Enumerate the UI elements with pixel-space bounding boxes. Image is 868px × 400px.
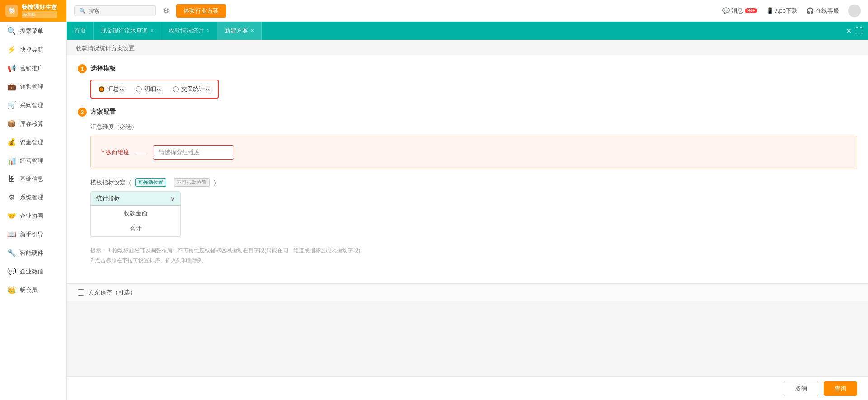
tips-area: 提示： 1.拖动标题栏可以调整布局，不可跨维度或指标区域拖动栏目字段(只能在同一… — [90, 246, 857, 265]
tab-controls: ✕ ⛶ — [840, 27, 868, 35]
sidebar-icon-13: 💬 — [7, 267, 16, 276]
sidebar-item-3[interactable]: 💼销售管理 — [0, 77, 66, 96]
tab-close-2[interactable]: × — [207, 28, 210, 33]
step2-header: 2 方案配置 — [78, 108, 857, 117]
radio-option-detail[interactable]: 明细表 — [136, 85, 162, 93]
sidebar-item-6[interactable]: 💰资金管理 — [0, 133, 66, 151]
tab-item-0[interactable]: 首页 — [67, 22, 94, 40]
radio-label-summary: 汇总表 — [107, 85, 125, 93]
headset-icon: 🎧 — [807, 7, 814, 14]
sidebar-label-14: 畅会员 — [20, 286, 38, 294]
sidebar-icon-1: ⚡ — [7, 45, 16, 54]
sidebar-icon-9: ⚙ — [7, 193, 16, 202]
sidebar-item-5[interactable]: 📦库存核算 — [0, 114, 66, 133]
radio-option-cross[interactable]: 交叉统计表 — [173, 85, 211, 93]
sidebar: 畅 畅捷通好生意 标准版 🔍搜索菜单⚡快捷导航📢营销推广💼销售管理🛒采购管理📦库… — [0, 0, 67, 400]
message-item[interactable]: 💬 消息 99+ — [722, 7, 757, 15]
sidebar-label-6: 资金管理 — [20, 138, 43, 146]
sidebar-item-4[interactable]: 🛒采购管理 — [0, 96, 66, 114]
dimension-select[interactable]: 请选择分组维度 — [153, 145, 234, 160]
tab-label-3: 新建方案 — [225, 27, 248, 35]
cancel-button[interactable]: 取消 — [784, 381, 818, 396]
step2-section: 2 方案配置 汇总维度（必选） * 纵向维度 —— 请选择分组维度 — [78, 108, 857, 265]
topbar-right: 💬 消息 99+ 📱 App下载 🎧 在线客服 — [722, 5, 861, 17]
metrics-title-row: 模板指标设定（ 可拖动位置 不可拖动位置 ） — [90, 178, 857, 187]
step2-number: 2 — [78, 108, 87, 117]
breadcrumb: 收款情况统计方案设置 — [76, 45, 135, 52]
tab-label-2: 收款情况统计 — [169, 27, 204, 35]
metric-item2: 合计 — [91, 221, 180, 236]
sidebar-icon-14: 👑 — [7, 286, 16, 294]
radio-option-summary[interactable]: 汇总表 — [99, 85, 125, 93]
page-header: 收款情况统计方案设置 — [67, 40, 868, 55]
radio-input-detail[interactable] — [136, 86, 142, 92]
metrics-section: 模板指标设定（ 可拖动位置 不可拖动位置 ） 统计指标 ∨ 收款金额 — [90, 178, 857, 237]
sidebar-icon-5: 📦 — [7, 119, 16, 128]
metric-item1: 收款金额 — [91, 206, 180, 221]
sidebar-item-12[interactable]: 🔧智能硬件 — [0, 244, 66, 262]
download-item[interactable]: 📱 App下载 — [766, 7, 797, 15]
sidebar-icon-12: 🔧 — [7, 249, 16, 257]
sidebar-item-11[interactable]: 📖新手引导 — [0, 225, 66, 244]
search-input[interactable] — [89, 8, 147, 14]
sidebar-icon-3: 💼 — [7, 82, 16, 91]
sidebar-item-14[interactable]: 👑畅会员 — [0, 281, 66, 299]
tabbar: 首页现金银行流水查询×收款情况统计×新建方案× ✕ ⛶ — [67, 22, 868, 40]
service-item[interactable]: 🎧 在线客服 — [807, 7, 839, 15]
tab-label-1: 现金银行流水查询 — [101, 27, 148, 35]
tip-0: 提示： 1.拖动标题栏可以调整布局，不可跨维度或指标区域拖动栏目字段(只能在同一… — [90, 246, 857, 256]
draggable-badge: 可拖动位置 — [135, 178, 166, 187]
step1-title: 选择模板 — [90, 65, 116, 73]
vertical-label: * 纵向维度 — [102, 148, 129, 156]
query-button[interactable]: 查询 — [824, 381, 857, 396]
sidebar-label-8: 基础信息 — [20, 175, 43, 183]
sidebar-item-0[interactable]: 🔍搜索菜单 — [0, 22, 66, 40]
sidebar-item-8[interactable]: 🗄基础信息 — [0, 170, 66, 188]
close-window-icon[interactable]: ✕ — [846, 27, 852, 35]
dropdown-arrow-icon[interactable]: ∨ — [170, 195, 175, 202]
sidebar-icon-2: 📢 — [7, 64, 16, 72]
save-area: 方案保存（可选） — [67, 283, 868, 301]
topbar-search-wrapper[interactable]: 🔍 — [74, 5, 156, 16]
tab-close-1[interactable]: × — [151, 28, 154, 33]
sidebar-label-3: 销售管理 — [20, 83, 43, 91]
dimension-row: * 纵向维度 —— 请选择分组维度 — [102, 145, 846, 160]
radio-label-detail: 明细表 — [144, 85, 162, 93]
metrics-table: 统计指标 ∨ 收款金额 合计 — [90, 191, 181, 237]
sidebar-label-12: 智能硬件 — [20, 249, 43, 257]
radio-input-cross[interactable] — [173, 86, 179, 92]
main-content: 🔍 ⚙ 体验行业方案 💬 消息 99+ 📱 App下载 🎧 在线客服 首页现金银… — [67, 0, 868, 400]
sidebar-item-13[interactable]: 💬企业微信 — [0, 262, 66, 281]
radio-label-cross: 交叉统计表 — [181, 85, 211, 93]
logo-icon: 畅 — [5, 5, 18, 17]
sidebar-item-2[interactable]: 📢营销推广 — [0, 59, 66, 77]
radio-input-summary[interactable] — [99, 86, 104, 92]
topbar: 🔍 ⚙ 体验行业方案 💬 消息 99+ 📱 App下载 🎧 在线客服 — [67, 0, 868, 22]
sidebar-item-1[interactable]: ⚡快捷导航 — [0, 40, 66, 59]
avatar[interactable] — [848, 5, 861, 17]
sidebar-label-10: 企业协同 — [20, 212, 43, 220]
industry-btn[interactable]: 体验行业方案 — [176, 4, 226, 18]
tab-item-2[interactable]: 收款情况统计× — [161, 22, 217, 40]
tab-close-3[interactable]: × — [251, 28, 254, 33]
sidebar-label-13: 企业微信 — [20, 268, 43, 276]
step1-number: 1 — [78, 64, 87, 73]
footer-bar: 取消 查询 — [67, 376, 868, 400]
app-name: 畅捷通好生意 — [22, 4, 57, 11]
sidebar-icon-10: 🤝 — [7, 212, 16, 220]
sidebar-item-9[interactable]: ⚙系统管理 — [0, 188, 66, 207]
step1-section: 1 选择模板 汇总表明细表交叉统计表 — [78, 64, 857, 99]
sidebar-nav: 🔍搜索菜单⚡快捷导航📢营销推广💼销售管理🛒采购管理📦库存核算💰资金管理📊经营管理… — [0, 22, 66, 400]
sidebar-label-0: 搜索菜单 — [20, 27, 43, 35]
sidebar-icon-11: 📖 — [7, 230, 16, 239]
tab-item-1[interactable]: 现金银行流水查询× — [94, 22, 161, 40]
sidebar-item-10[interactable]: 🤝企业协同 — [0, 207, 66, 225]
tab-item-3[interactable]: 新建方案× — [217, 22, 262, 40]
sidebar-logo: 畅 畅捷通好生意 标准版 — [0, 0, 66, 22]
metrics-header: 统计指标 ∨ — [91, 192, 180, 206]
save-checkbox[interactable] — [78, 289, 84, 296]
sidebar-item-7[interactable]: 📊经营管理 — [0, 151, 66, 170]
maximize-icon[interactable]: ⛶ — [855, 27, 863, 35]
gear-icon[interactable]: ⚙ — [163, 6, 169, 15]
dimension-area: * 纵向维度 —— 请选择分组维度 — [90, 136, 857, 169]
